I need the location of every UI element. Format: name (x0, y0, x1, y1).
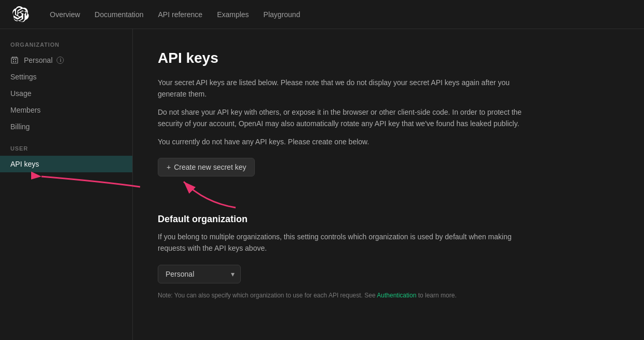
nav-examples[interactable]: Examples (217, 10, 249, 19)
nav-api-reference[interactable]: API reference (158, 10, 203, 19)
personal-label: Personal (24, 56, 52, 64)
org-section-label: ORGANIZATION (0, 42, 132, 48)
plus-icon: + (167, 163, 171, 171)
desc-2: Do not share your API key with others, o… (158, 106, 531, 130)
arrow-annotation-1 (153, 171, 246, 213)
personal-row: Personal ℹ (24, 56, 64, 64)
api-keys-label: API keys (10, 160, 39, 168)
default-org-desc: If you belong to multiple organizations,… (158, 231, 531, 254)
org-select[interactable]: Personal (158, 265, 241, 283)
svg-rect-0 (11, 58, 18, 63)
default-org-section: Default organization If you belong to mu… (158, 214, 619, 299)
sidebar-item-settings[interactable]: Settings (0, 69, 132, 85)
create-key-area: + Create new secret key (158, 156, 255, 195)
create-key-label: Create new secret key (174, 163, 246, 171)
members-label: Members (10, 106, 40, 114)
sidebar-item-api-keys[interactable]: API keys (0, 156, 132, 172)
sidebar-user-section: USER API keys (0, 145, 132, 172)
top-nav: Overview Documentation API reference Exa… (0, 0, 644, 29)
nav-links: Overview Documentation API reference Exa… (50, 10, 300, 19)
svg-rect-4 (15, 61, 16, 62)
create-new-secret-key-button[interactable]: + Create new secret key (158, 158, 255, 176)
usage-label: Usage (10, 89, 31, 98)
openai-logo (12, 6, 29, 23)
svg-rect-1 (13, 59, 14, 60)
default-org-title: Default organization (158, 214, 619, 225)
svg-rect-3 (13, 61, 14, 62)
desc-block: Your secret API keys are listed below. P… (158, 77, 531, 147)
sidebar: ORGANIZATION Personal ℹ (0, 29, 133, 340)
note-suffix: to learn more. (416, 292, 456, 299)
settings-label: Settings (10, 73, 37, 81)
svg-rect-2 (15, 59, 16, 60)
arrow-annotation-2 (133, 156, 145, 197)
authentication-link[interactable]: Authentication (377, 292, 416, 299)
user-section-label: USER (0, 145, 132, 152)
main-content: API keys Your secret API keys are listed… (133, 29, 644, 340)
desc-3: You currently do not have any API keys. … (158, 136, 531, 147)
nav-playground[interactable]: Playground (264, 10, 300, 19)
sidebar-item-personal[interactable]: Personal ℹ (0, 52, 132, 69)
note-prefix: Note: You can also specify which organiz… (158, 292, 377, 299)
building-icon (10, 56, 19, 64)
sidebar-item-members[interactable]: Members (0, 102, 132, 118)
sidebar-org-section: ORGANIZATION Personal ℹ (0, 42, 132, 135)
nav-documentation[interactable]: Documentation (94, 10, 143, 19)
billing-label: Billing (10, 123, 30, 131)
page-title: API keys (158, 50, 619, 66)
sidebar-item-billing[interactable]: Billing (0, 118, 132, 135)
note-text: Note: You can also specify which organiz… (158, 292, 531, 299)
main-layout: ORGANIZATION Personal ℹ (0, 29, 644, 340)
desc-1: Your secret API keys are listed below. P… (158, 77, 531, 100)
nav-overview[interactable]: Overview (50, 10, 80, 19)
info-icon[interactable]: ℹ (57, 57, 64, 64)
sidebar-item-usage[interactable]: Usage (0, 85, 132, 102)
org-select-wrapper: Personal ▾ (158, 265, 241, 283)
